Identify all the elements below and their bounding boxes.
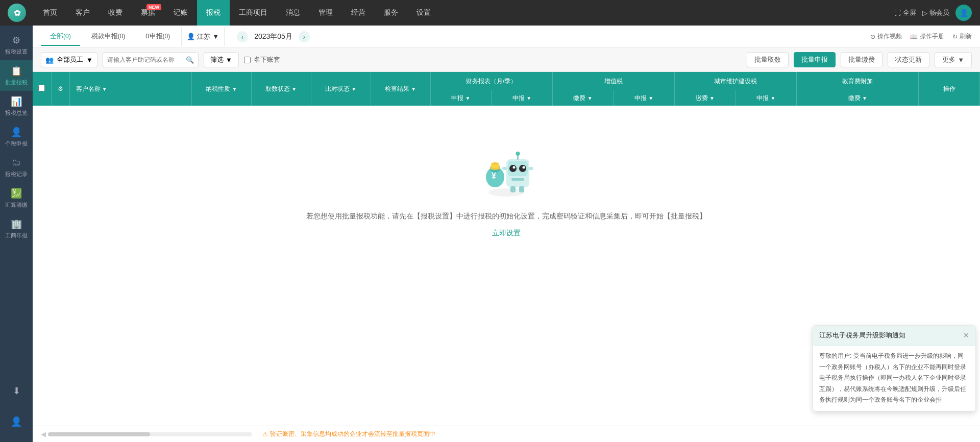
tab-zero-declare-label: 0申报 (145, 32, 162, 41)
employee-select-label: 全部员工 (57, 55, 83, 64)
personal-tax-icon: 👤 (11, 127, 22, 138)
batch-declare-label: 批量申报 (801, 55, 828, 64)
th-tax-type-filter-icon[interactable]: ▼ (232, 86, 237, 92)
employee-select[interactable]: 👥 全部员工 ▼ (41, 52, 97, 67)
robot-illustration: ¥ (476, 136, 537, 198)
status-update-btn[interactable]: 状态更新 (888, 52, 929, 67)
th-settings: ⚙ (51, 72, 69, 106)
nav-home[interactable]: 首页 (34, 0, 66, 26)
nav-customer[interactable]: 客户 (66, 0, 99, 26)
tab-bar: 全部 (0) 税款申报 (0) 0申报 (0) 👤 江苏 ▼ ‹ 2023年05… (33, 26, 980, 48)
nav-manage[interactable]: 管理 (309, 0, 342, 26)
notification-close-btn[interactable]: ✕ (963, 331, 969, 339)
refresh-label: 刷新 (960, 32, 972, 41)
filter-button[interactable]: 筛选 ▼ (204, 52, 239, 67)
sidebar-label-settlement: 汇算清缴 (5, 201, 28, 209)
th-vat-declare: 申报 ▼ (492, 90, 553, 106)
month-prev-button[interactable]: ‹ (237, 31, 248, 42)
operation-video-btn[interactable]: ⊙ 操作视频 (870, 32, 902, 41)
table-header-row1: ⚙ 客户名称 ▼ 纳税性质 ▼ 取数状态 ▼ (33, 72, 980, 90)
th-financial-declare-filter[interactable]: ▼ (465, 95, 471, 101)
nav-billing[interactable]: 收费 (99, 0, 132, 26)
th-edu-payment-label: 缴费 (848, 94, 861, 102)
bottom-bar: ◀ ⚠ 验证账密、采集信息均成功的企业才会流转至批量报税页面中 (33, 426, 980, 442)
member-button[interactable]: ▷ 畅会员 (922, 8, 949, 17)
th-city-payment-filter[interactable]: ▼ (709, 95, 715, 101)
batch-payment-btn[interactable]: 批量缴费 (841, 52, 883, 67)
th-city-declare-label: 申报 (634, 94, 647, 102)
th-check-result-label: 检查结果 (385, 85, 409, 92)
svg-rect-13 (511, 178, 524, 181)
tab-zero-declare[interactable]: 0申报 (0) (136, 28, 179, 46)
member-label: 畅会员 (929, 8, 949, 17)
sidebar-item-tax-record[interactable]: 🗂 报税记录 (0, 152, 33, 183)
sidebar-item-batch-tax[interactable]: 📋 批量报税 (0, 60, 33, 91)
th-edu-declare-filter[interactable]: ▼ (771, 95, 776, 101)
select-all-checkbox[interactable] (38, 85, 45, 91)
data-table: ⚙ 客户名称 ▼ 纳税性质 ▼ 取数状态 ▼ (33, 72, 980, 106)
nav-operation[interactable]: 经营 (342, 0, 375, 26)
sidebar-item-annual-report[interactable]: 🏢 工商年报 (0, 213, 33, 244)
nav-message[interactable]: 消息 (277, 0, 309, 26)
download-icon: ⬇ (11, 385, 22, 397)
tab-nav-right: ⊙ 操作视频 📖 操作手册 ↻ 刷新 (870, 32, 972, 41)
th-client-name-filter-icon[interactable]: ▼ (102, 86, 107, 92)
th-vat-payment: 缴费 ▼ (552, 90, 614, 106)
horizontal-scrollbar[interactable] (48, 432, 252, 436)
more-icon: ▼ (958, 56, 964, 64)
batch-declare-btn[interactable]: 批量申报 (794, 52, 836, 67)
refresh-btn[interactable]: ↻ 刷新 (952, 32, 972, 41)
th-edu-payment-filter[interactable]: ▼ (862, 95, 867, 101)
employee-dropdown-icon: ▼ (86, 56, 93, 64)
th-fetch-status-filter-icon[interactable]: ▼ (291, 86, 297, 92)
sidebar-item-personal-tax[interactable]: 👤 个税申报 (0, 121, 33, 152)
notification-title: 江苏电子税务局升级影响通知 (819, 331, 905, 340)
video-icon: ⊙ (870, 33, 875, 40)
sidebar-label-tax-overview: 报税总览 (5, 109, 28, 117)
nav-service[interactable]: 服务 (375, 0, 407, 26)
sidebar-item-settlement[interactable]: 💹 汇算清缴 (0, 183, 33, 213)
more-btn[interactable]: 更多 ▼ (935, 52, 972, 67)
tab-tax-declare[interactable]: 税款申报 (0) (82, 28, 135, 46)
province-label: 江苏 (197, 32, 210, 41)
fullscreen-button[interactable]: ⛶ 全屏 (894, 8, 916, 17)
nav-tax[interactable]: 报税 (197, 0, 230, 26)
th-vat-declare-filter[interactable]: ▼ (526, 95, 531, 101)
operation-manual-btn[interactable]: 📖 操作手册 (910, 32, 944, 41)
setup-link[interactable]: 立即设置 (492, 229, 521, 238)
empty-state: ¥ (33, 106, 980, 268)
nav-accounting[interactable]: 记账 (164, 0, 197, 26)
th-vat-payment-filter[interactable]: ▼ (587, 95, 593, 101)
th-client-name: 客户名称 ▼ (69, 72, 191, 106)
tax-settings-icon: ⚙ (11, 35, 22, 46)
sidebar-item-download[interactable]: ⬇ (0, 376, 33, 406)
nav-business[interactable]: 工商项目 (230, 0, 277, 26)
search-input[interactable] (107, 56, 184, 63)
toolbar: 👥 全部员工 ▼ 🔍 筛选 ▼ 名下账套 批量取数 批量 (33, 48, 980, 72)
sub-account-checkbox[interactable] (244, 57, 251, 63)
tab-all[interactable]: 全部 (0) (41, 28, 80, 46)
sub-account-label: 名下账套 (254, 55, 280, 64)
user-avatar[interactable]: 👤 (955, 5, 972, 21)
th-city-declare-filter[interactable]: ▼ (648, 95, 653, 101)
notification-header: 江苏电子税务局升级影响通知 ✕ (813, 326, 975, 346)
th-compare-status-filter-icon[interactable]: ▼ (351, 86, 356, 92)
batch-fetch-btn[interactable]: 批量取数 (747, 52, 789, 67)
settings-column-icon[interactable]: ⚙ (58, 85, 63, 92)
nav-invoice[interactable]: 票据 NEW (132, 0, 164, 26)
sidebar-label-tax-settings: 报税设置 (5, 48, 28, 56)
search-input-wrap: 🔍 (103, 52, 199, 67)
th-check-result-filter-icon[interactable]: ▼ (411, 86, 416, 92)
filter-dropdown-icon: ▼ (226, 56, 232, 64)
nav-settings[interactable]: 设置 (407, 0, 440, 26)
svg-rect-16 (502, 167, 507, 170)
province-selector[interactable]: 👤 江苏 ▼ (181, 28, 225, 46)
month-next-button[interactable]: › (299, 31, 310, 42)
scroll-thumb (48, 432, 150, 436)
sidebar-item-profile[interactable]: 👤 (0, 406, 33, 437)
th-fetch-status: 取数状态 ▼ (251, 72, 311, 106)
th-financial-declare-label: 申报 (451, 94, 463, 102)
sidebar-item-tax-overview[interactable]: 📊 报税总览 (0, 91, 33, 121)
sidebar-item-tax-settings[interactable]: ⚙ 报税设置 (0, 30, 33, 60)
app-logo[interactable]: ✿ (5, 1, 29, 24)
